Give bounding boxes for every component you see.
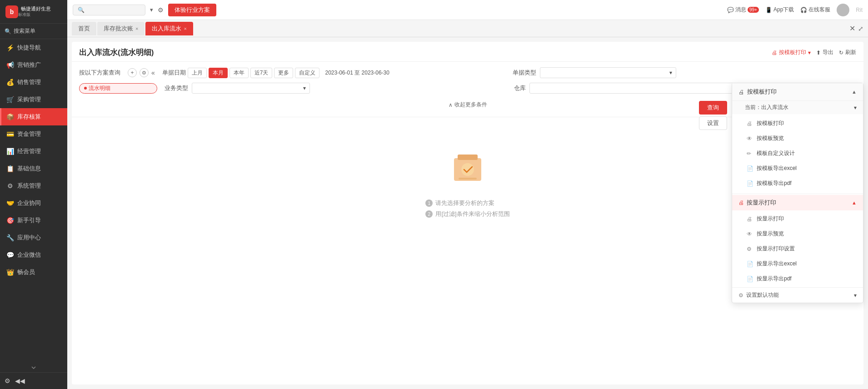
inventory-icon: 📦 [6, 113, 14, 120]
dropdown-template-section: 🖨 按模板打印 👁 按模板预览 ✏ 模板自定义设计 📄 按模板导出excel 📄 [732, 114, 863, 193]
filter-collapse-button[interactable]: « [151, 69, 155, 76]
dropdown-template-print[interactable]: 🖨 按模板打印 [732, 116, 863, 131]
sidebar-item-enterprise[interactable]: 🤝 企业协同 [0, 194, 67, 212]
collapse-sidebar-icon[interactable]: ◀◀ [15, 377, 25, 384]
export-btn[interactable]: ⬆ 导出 [816, 49, 833, 56]
close-tab-icon[interactable]: ✕ [849, 24, 855, 33]
dropdown-header-chevron[interactable]: ▲ [852, 89, 857, 95]
tab-home[interactable]: 首页 [72, 22, 96, 35]
dropdown-display-preview[interactable]: 👁 按显示预览 [732, 226, 863, 241]
date-custom-btn[interactable]: 自定义 [295, 68, 319, 78]
filter-tag-label: 流水明细 [89, 85, 110, 92]
sidebar-item-membership[interactable]: 👑 畅会员 [0, 264, 67, 281]
app-download-label: App下载 [773, 6, 794, 14]
sidebar-item-system[interactable]: ⚙ 系统管理 [0, 177, 67, 194]
dropdown-display-settings-label: 按显示打印设置 [757, 245, 795, 253]
trial-btn[interactable]: 体验行业方案 [168, 4, 216, 16]
doc-type-dropdown-arrow: ▾ [669, 70, 672, 76]
dropdown-template-pdf-label: 按模板导出pdf [757, 180, 792, 187]
tab-batch-account[interactable]: 库存批次账 × [97, 22, 145, 35]
customer-service-item[interactable]: 🎧 在线客服 [800, 6, 830, 14]
dropdown-display-excel[interactable]: 📄 按显示导出excel [732, 256, 863, 271]
operations-icon: 📊 [6, 148, 14, 155]
sidebar-item-inventory[interactable]: 📦 库存核算 [0, 108, 67, 125]
print-template-btn[interactable]: 🖨 按模板打印 ▾ [772, 49, 811, 56]
sidebar-item-operations[interactable]: 📊 经营管理 [0, 143, 67, 160]
settings-button[interactable]: 设置 [699, 116, 727, 130]
query-button[interactable]: 查询 [699, 101, 727, 115]
sidebar-item-quicknav[interactable]: ⚡ 快捷导航 [0, 39, 67, 56]
dropdown-template-pdf[interactable]: 📄 按模板导出pdf [732, 176, 863, 191]
dropdown-current-chevron: ▾ [854, 105, 857, 111]
sidebar-item-label: 基础信息 [17, 165, 41, 173]
collapse-chevron-icon: ∧ [449, 102, 453, 108]
tab-batch-account-close[interactable]: × [135, 26, 138, 31]
topbar-search[interactable]: 🔍 [73, 5, 145, 15]
date-last7days-btn[interactable]: 近7天 [250, 68, 273, 78]
search-menu-button[interactable]: 🔍 搜索菜单 [5, 27, 63, 35]
dropdown-display-print[interactable]: 🖨 按显示打印 [732, 211, 863, 226]
dropdown-display-group-header[interactable]: 🖨 按显示打印 ▲ [732, 195, 863, 210]
topbar-gear-icon[interactable]: ⚙ [158, 6, 164, 14]
customer-service-label: 在线客服 [808, 6, 830, 14]
tip-num-1: 1 [425, 199, 433, 207]
svg-point-2 [461, 163, 474, 176]
sidebar-item-guide[interactable]: 🎯 新手引导 [0, 212, 67, 229]
tabbar-actions: ✕ ⤢ [849, 24, 863, 33]
dropdown-display-pdf[interactable]: 📄 按显示导出pdf [732, 271, 863, 286]
tab-home-label: 首页 [78, 25, 90, 33]
dropdown-template-excel[interactable]: 📄 按模板导出excel [732, 161, 863, 176]
dropdown-display-chevron[interactable]: ▲ [852, 200, 857, 205]
query-actions: 查询 设置 [699, 101, 727, 130]
wechat-icon: 💬 [6, 251, 14, 259]
doc-type-select[interactable]: ▾ [540, 67, 676, 78]
dropdown-template-custom-icon: ✏ [747, 150, 753, 157]
dropdown-display-pdf-icon: 📄 [747, 276, 753, 282]
date-range-display: 2023-06-01 至 2023-06-30 [325, 69, 389, 77]
date-this-year-btn[interactable]: 本年 [229, 68, 249, 78]
sidebar-item-purchase[interactable]: 🛒 采购管理 [0, 91, 67, 108]
filter-tag-dot [84, 87, 87, 90]
dropdown-footer[interactable]: ⚙ 设置默认功能 ▾ [732, 287, 863, 303]
tab-inventory-flow[interactable]: 出入库流水 × [145, 22, 193, 35]
biz-type-select[interactable]: ▾ [192, 83, 310, 94]
sidebar-search-area[interactable]: 🔍 搜索菜单 [0, 24, 67, 39]
refresh-btn[interactable]: ↻ 刷新 [839, 49, 856, 56]
settings-bottom-icon[interactable]: ⚙ [5, 377, 10, 384]
sidebar-item-appcenter[interactable]: 🔧 应用中心 [0, 229, 67, 246]
filter-tag-shui-ming-xi[interactable]: 流水明细 [79, 83, 157, 94]
dropdown-header: 🖨 按模板打印 ▲ [732, 83, 863, 101]
filter-settings-button[interactable]: ⚙ [140, 68, 149, 77]
dropdown-display-preview-label: 按显示预览 [757, 230, 784, 238]
main-area: 🔍 ▾ ⚙ 体验行业方案 💬 消息 99+ 📱 App下载 🎧 在线客服 Rit [67, 0, 868, 389]
dropdown-template-custom[interactable]: ✏ 模板自定义设计 [732, 146, 863, 161]
sidebar: b 畅捷通好生意 标准版 🔍 搜索菜单 ⚡ 快捷导航 📢 营销推广 💰 销售管理… [0, 0, 67, 389]
collapse-label: 收起更多条件 [454, 101, 487, 109]
sidebar-item-sales[interactable]: 💰 销售管理 [0, 74, 67, 91]
empty-tip-2: 2 用[过滤]条件来缩小分析范围 [425, 210, 509, 218]
dropdown-current[interactable]: 当前：出入库流水 ▾ [732, 101, 863, 114]
sidebar-item-marketing[interactable]: 📢 营销推广 [0, 56, 67, 74]
sidebar-item-finance[interactable]: 💳 资金管理 [0, 125, 67, 143]
print-dropdown-arrow[interactable]: ▾ [808, 50, 811, 56]
dropdown-display-header-icon: 🖨 [738, 199, 744, 206]
date-last-month-btn[interactable]: 上月 [188, 68, 207, 78]
message-item[interactable]: 💬 消息 99+ [727, 6, 759, 14]
empty-tip-1: 1 请先选择要分析的方案 [425, 199, 509, 207]
sidebar-item-basic[interactable]: 📋 基础信息 [0, 160, 67, 177]
app-name-block: 畅捷通好生意 标准版 [18, 5, 51, 18]
date-more-btn[interactable]: 更多 [274, 68, 293, 78]
filter-add-button[interactable]: + [128, 68, 137, 77]
dropdown-display-excel-label: 按显示导出excel [757, 260, 797, 268]
dropdown-template-print-icon: 🖨 [747, 120, 753, 127]
dropdown-template-preview[interactable]: 👁 按模板预览 [732, 131, 863, 146]
sidebar-item-wechat[interactable]: 💬 企业微信 [0, 246, 67, 264]
topbar-dropdown-arrow[interactable]: ▾ [150, 6, 153, 13]
user-avatar[interactable] [837, 4, 849, 16]
app-download-item[interactable]: 📱 App下载 [765, 6, 794, 14]
expand-tab-icon[interactable]: ⤢ [858, 25, 863, 32]
dropdown-footer-icon: ⚙ [738, 292, 743, 299]
dropdown-display-settings[interactable]: ⚙ 按显示打印设置 [732, 241, 863, 256]
tab-inventory-flow-close[interactable]: × [184, 26, 186, 31]
date-this-month-btn[interactable]: 本月 [209, 68, 228, 78]
